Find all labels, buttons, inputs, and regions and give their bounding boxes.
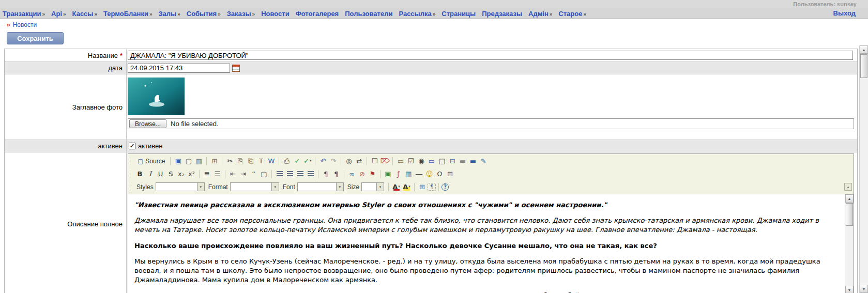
- numbered-list-icon[interactable]: ≣: [202, 169, 212, 179]
- nav-item-thermo-blanks[interactable]: ТермоБланки»: [103, 10, 152, 18]
- nav-item-photo-gallery[interactable]: Фотогалерея: [296, 10, 339, 18]
- underline-icon[interactable]: U: [156, 169, 165, 179]
- show-blocks-icon[interactable]: ¶: [428, 183, 436, 191]
- remove-format-icon[interactable]: ⌦: [380, 157, 390, 166]
- file-input[interactable]: Browse... No file selected.: [128, 118, 854, 129]
- editor-content-area[interactable]: "Известная певица рассказала в эксклюзив…: [128, 194, 845, 293]
- format-dropdown-value[interactable]: ▾: [230, 182, 279, 191]
- copy-icon[interactable]: ⎘: [235, 157, 245, 166]
- toolbar-collapse-button[interactable]: ▴: [844, 183, 852, 191]
- textarea-icon[interactable]: ▤: [437, 157, 447, 166]
- page-break-icon[interactable]: ⊟: [445, 169, 455, 179]
- cut-icon[interactable]: ✂: [225, 157, 235, 166]
- text-color-button[interactable]: A▾: [391, 182, 401, 192]
- nav-item-transactions[interactable]: Транзакции»: [3, 10, 45, 18]
- nav-item-api[interactable]: Api»: [51, 10, 66, 18]
- justify-right-icon[interactable]: [295, 169, 305, 179]
- date-input[interactable]: [128, 64, 230, 73]
- save-button[interactable]: Сохранить: [7, 32, 64, 44]
- background-color-button[interactable]: A▾: [402, 182, 412, 192]
- smiley-icon[interactable]: ☺: [424, 169, 434, 179]
- nav-item-news[interactable]: Новости: [261, 10, 290, 18]
- nav-item-old[interactable]: Старое»: [558, 10, 586, 18]
- styles-dropdown[interactable]: Styles▾: [136, 182, 205, 191]
- nav-item-events[interactable]: События»: [187, 10, 221, 18]
- text-field-icon[interactable]: ▭: [427, 157, 436, 166]
- find-icon[interactable]: ◎: [344, 157, 354, 166]
- strikethrough-icon[interactable]: S: [166, 169, 176, 179]
- anchor-icon[interactable]: ⚑: [368, 169, 377, 179]
- horizontal-rule-icon[interactable]: ―: [414, 169, 424, 179]
- format-dropdown[interactable]: Format▾: [208, 182, 279, 191]
- superscript-icon[interactable]: x²: [187, 169, 196, 179]
- page-scroll-up-button[interactable]: ▲: [860, 45, 868, 54]
- browse-button[interactable]: Browse...: [129, 119, 166, 128]
- create-div-icon[interactable]: ▢: [259, 169, 269, 179]
- about-icon[interactable]: ?: [441, 183, 449, 191]
- paste-icon[interactable]: ⎗: [246, 157, 255, 166]
- nav-item-orders[interactable]: Заказы»: [227, 10, 255, 18]
- bulleted-list-icon[interactable]: ☰: [212, 169, 222, 179]
- special-char-icon[interactable]: Ω: [435, 169, 445, 179]
- font-dropdown[interactable]: Font▾: [283, 182, 344, 191]
- radio-button-icon[interactable]: ◉: [416, 157, 426, 166]
- print-icon[interactable]: ⎙: [282, 157, 292, 166]
- flash-icon[interactable]: ƒ: [393, 169, 403, 179]
- bidi-rtl-icon[interactable]: ¶: [331, 169, 341, 179]
- link-icon[interactable]: ∞: [347, 169, 357, 179]
- nav-item-mailing[interactable]: Рассылка»: [399, 10, 435, 18]
- font-dropdown-value[interactable]: ▾: [297, 182, 344, 191]
- outdent-icon[interactable]: ⇤: [228, 169, 238, 179]
- page-scroll-down-button[interactable]: ▼: [860, 285, 868, 293]
- active-checkbox[interactable]: ✓: [129, 143, 135, 149]
- templates-icon[interactable]: ⊞: [209, 157, 219, 166]
- source-button[interactable]: ▢Source: [135, 157, 167, 166]
- page-scrollbar[interactable]: ▲ ▼: [859, 45, 868, 293]
- editor-scrollbar-track[interactable]: [845, 226, 854, 286]
- checkbox-icon[interactable]: ☑: [406, 157, 416, 166]
- justify-center-icon[interactable]: [285, 169, 295, 179]
- editor-scrollbar-thumb[interactable]: [846, 203, 853, 226]
- form-icon[interactable]: ▭: [395, 157, 405, 166]
- italic-icon[interactable]: I: [145, 169, 155, 179]
- hidden-field-icon[interactable]: ✎: [478, 157, 488, 166]
- nav-item-halls[interactable]: Залы»: [158, 10, 180, 18]
- bidi-ltr-icon[interactable]: ¶: [321, 169, 331, 179]
- preview-icon[interactable]: ▥: [194, 157, 204, 166]
- spellcheck-icon[interactable]: ✓: [292, 157, 302, 166]
- breadcrumb-news-link[interactable]: Новости: [13, 21, 37, 28]
- new-page-icon[interactable]: ▢: [184, 157, 193, 166]
- select-field-icon[interactable]: ⊟: [447, 157, 457, 166]
- nav-item-pages[interactable]: Страницы: [441, 10, 476, 18]
- nav-item-preorders[interactable]: Предзаказы: [482, 10, 522, 18]
- blockquote-icon[interactable]: “: [249, 169, 258, 179]
- logout-link[interactable]: Выход: [833, 9, 856, 17]
- button-icon[interactable]: ▬: [458, 157, 467, 166]
- unlink-icon[interactable]: ⊘: [357, 169, 367, 179]
- subscript-icon[interactable]: x₂: [176, 169, 186, 179]
- page-scrollbar-thumb[interactable]: [860, 54, 867, 78]
- image-button-icon[interactable]: ▬: [468, 157, 478, 166]
- title-input[interactable]: [128, 51, 853, 60]
- redo-icon[interactable]: ↷: [328, 157, 338, 166]
- table-icon[interactable]: ▦: [404, 169, 414, 179]
- size-dropdown-value[interactable]: ▾: [361, 182, 384, 191]
- undo-icon[interactable]: ↶: [318, 157, 328, 166]
- styles-dropdown-value[interactable]: ▾: [156, 182, 205, 191]
- scayt-icon[interactable]: ✓▾: [302, 157, 312, 166]
- editor-scrollbar[interactable]: ▲ ▼: [845, 194, 854, 293]
- nav-item-admin[interactable]: Адмін»: [528, 10, 552, 18]
- page-scrollbar-track[interactable]: [860, 79, 868, 285]
- bold-icon[interactable]: B: [135, 169, 145, 179]
- size-dropdown[interactable]: Size▾: [347, 182, 384, 191]
- calendar-icon[interactable]: [232, 65, 240, 72]
- nav-item-users[interactable]: Пользователи: [345, 10, 392, 18]
- replace-icon[interactable]: ⇄: [354, 157, 364, 166]
- select-all-icon[interactable]: ☐: [370, 157, 379, 166]
- maximize-icon[interactable]: ⊞: [417, 182, 427, 192]
- justify-left-icon[interactable]: [275, 169, 284, 179]
- editor-scroll-up-button[interactable]: ▲: [845, 194, 854, 203]
- paste-text-icon[interactable]: T: [256, 157, 266, 166]
- justify-block-icon[interactable]: [306, 169, 315, 179]
- image-icon[interactable]: ▣: [383, 169, 393, 179]
